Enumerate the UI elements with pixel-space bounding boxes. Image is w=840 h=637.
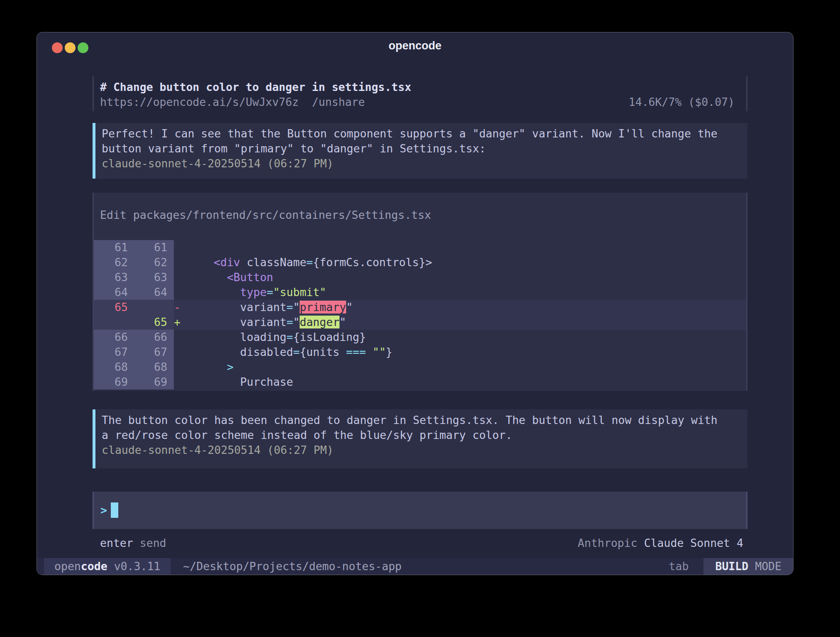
- edit-file-path: packages/frontend/src/containers/Setting…: [133, 208, 431, 221]
- diff-row: 6868 >: [94, 360, 746, 375]
- new-line-number: 63: [134, 270, 174, 285]
- new-line-number: 62: [134, 255, 174, 270]
- diff-code-line: [174, 240, 746, 255]
- old-line-number: 64: [94, 285, 134, 300]
- message-text: a red/rose color scheme instead of the b…: [102, 428, 739, 443]
- new-line-number: 64: [134, 285, 174, 300]
- diff-row: 65+ variant="danger": [94, 315, 746, 330]
- diff-row: 6363 <Button: [94, 270, 746, 285]
- diff-code-line: Purchase: [174, 375, 746, 390]
- session-header: # Change button color to danger in setti…: [93, 76, 747, 111]
- assistant-message[interactable]: The button color has been changed to dan…: [93, 409, 747, 468]
- model-label: Claude Sonnet 4: [644, 537, 743, 549]
- status-bar: opencode v0.3.11 ~/Desktop/Projects/demo…: [37, 558, 793, 575]
- provider-label: Anthropic: [578, 537, 637, 549]
- edit-file-header: Edit packages/frontend/src/containers/Se…: [100, 208, 431, 223]
- old-line-number: 61: [94, 240, 134, 255]
- diff-code-line: <Button: [174, 270, 746, 285]
- diff-code-line: type="submit": [174, 285, 746, 300]
- edit-tool-card: Edit packages/frontend/src/containers/Se…: [93, 193, 747, 391]
- old-line-number: 68: [94, 360, 134, 375]
- tab-key-hint[interactable]: tab: [669, 558, 689, 575]
- message-text: button variant from "primary" to "danger…: [102, 141, 739, 156]
- new-line-number: 69: [134, 375, 174, 390]
- new-line-number: 67: [134, 345, 174, 360]
- old-line-number: [94, 315, 134, 330]
- old-line-number: 65: [94, 300, 134, 315]
- old-line-number: 67: [94, 345, 134, 360]
- title-bar: opencode: [37, 32, 793, 59]
- diff-row: 6969 Purchase: [94, 375, 746, 390]
- diff-row: 6161: [94, 240, 746, 255]
- mode-indicator[interactable]: BUILD MODE: [703, 558, 793, 575]
- diff-code-line: loading={isLoading}: [174, 330, 746, 345]
- unshare-command: /unshare: [312, 95, 365, 110]
- diff-row: 6464 type="submit": [94, 285, 746, 300]
- screen: opencode # Change button color to danger…: [0, 0, 840, 637]
- diff-code-line: + variant="danger": [174, 315, 746, 330]
- share-url[interactable]: https://opencode.ai/s/UwJxv76z: [100, 95, 299, 110]
- enter-key-hint: enter: [100, 537, 133, 549]
- prompt-symbol: >: [100, 502, 107, 518]
- diff-row: 6262 <div className={formCs.controls}>: [94, 255, 746, 270]
- prompt-input[interactable]: >: [93, 492, 747, 529]
- diff-code-line: - variant="primary": [174, 300, 746, 315]
- message-text: Perfect! I can see that the Button compo…: [102, 126, 739, 141]
- working-directory: ~/Desktop/Projects/demo-notes-app: [183, 558, 402, 575]
- token-usage: 14.6K/7% ($0.07): [629, 95, 735, 110]
- send-action-label: send: [140, 537, 166, 549]
- session-title: # Change button color to danger in setti…: [100, 80, 735, 95]
- opencode-window: opencode # Change button color to danger…: [37, 32, 794, 575]
- text-cursor: [111, 502, 118, 518]
- model-timestamp: claude-sonnet-4-20250514 (06:27 PM): [102, 156, 739, 171]
- old-line-number: 66: [94, 330, 134, 345]
- new-line-number: 68: [134, 360, 174, 375]
- new-line-number: 65: [134, 315, 174, 330]
- old-line-number: 69: [94, 375, 134, 390]
- window-title: opencode: [37, 32, 793, 59]
- model-timestamp: claude-sonnet-4-20250514 (06:27 PM): [102, 443, 739, 458]
- app-version-pill: opencode v0.3.11: [44, 558, 171, 575]
- new-line-number: 66: [134, 330, 174, 345]
- message-text: The button color has been changed to dan…: [102, 413, 739, 428]
- assistant-message[interactable]: Perfect! I can see that the Button compo…: [93, 123, 747, 179]
- new-line-number: 61: [134, 240, 174, 255]
- diff-row: 6666 loading={isLoading}: [94, 330, 746, 345]
- old-line-number: 63: [94, 270, 134, 285]
- diff-row: 65- variant="primary": [94, 300, 746, 315]
- edit-action: Edit: [100, 208, 127, 221]
- old-line-number: 62: [94, 255, 134, 270]
- diff-code-line: disabled={units === ""}: [174, 345, 746, 360]
- hint-bar: enter send Anthropic Claude Sonnet 4: [93, 536, 747, 551]
- diff-row: 6767 disabled={units === ""}: [94, 345, 746, 360]
- diff-code-line: <div className={formCs.controls}>: [174, 255, 746, 270]
- diff: 6161 6262 <div className={formCs.control…: [94, 240, 746, 390]
- new-line-number: [134, 300, 174, 315]
- diff-code-line: >: [174, 360, 746, 375]
